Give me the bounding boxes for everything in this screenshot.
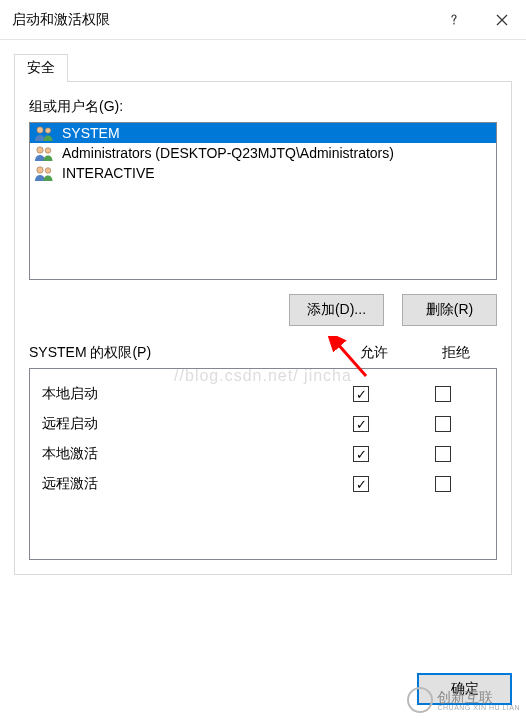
svg-point-5 <box>45 168 51 174</box>
list-item-label: INTERACTIVE <box>62 165 155 181</box>
tab-strip: 安全 <box>14 54 526 82</box>
list-item[interactable]: INTERACTIVE <box>30 163 496 183</box>
allow-header: 允许 <box>333 344 415 362</box>
deny-checkbox[interactable] <box>435 476 451 492</box>
deny-header: 拒绝 <box>415 344 497 362</box>
permission-row: 本地激活 <box>30 439 496 469</box>
permission-name: 本地激活 <box>42 445 320 463</box>
permission-row: 远程激活 <box>30 469 496 499</box>
titlebar: 启动和激活权限 <box>0 0 526 40</box>
svg-point-2 <box>37 147 43 153</box>
allow-checkbox[interactable] <box>353 446 369 462</box>
permissions-label: SYSTEM 的权限(P) <box>29 344 333 362</box>
permission-row: 本地启动 <box>30 379 496 409</box>
security-panel: 组或用户名(G): SYSTEMAdministrators (DESKTOP-… <box>14 81 512 575</box>
permissions-table: 本地启动远程启动本地激活远程激活 <box>29 368 497 560</box>
deny-checkbox[interactable] <box>435 446 451 462</box>
dialog-footer: 确定 <box>417 673 512 705</box>
deny-checkbox[interactable] <box>435 386 451 402</box>
close-button[interactable] <box>478 0 526 40</box>
permission-name: 本地启动 <box>42 385 320 403</box>
list-item[interactable]: Administrators (DESKTOP-Q23MJTQ\Administ… <box>30 143 496 163</box>
svg-point-1 <box>45 128 51 134</box>
svg-point-0 <box>37 127 43 133</box>
permission-row: 远程启动 <box>30 409 496 439</box>
remove-button[interactable]: 删除(R) <box>402 294 497 326</box>
allow-checkbox[interactable] <box>353 386 369 402</box>
svg-point-4 <box>37 167 43 173</box>
permissions-header: SYSTEM 的权限(P) 允许 拒绝 <box>29 344 497 362</box>
permission-name: 远程激活 <box>42 475 320 493</box>
list-item[interactable]: SYSTEM <box>30 123 496 143</box>
groups-listbox[interactable]: SYSTEMAdministrators (DESKTOP-Q23MJTQ\Ad… <box>29 122 497 280</box>
svg-point-3 <box>45 148 51 154</box>
add-button[interactable]: 添加(D)... <box>289 294 384 326</box>
groups-label: 组或用户名(G): <box>29 98 497 116</box>
window-title: 启动和激活权限 <box>12 11 430 29</box>
ok-button[interactable]: 确定 <box>417 673 512 705</box>
permission-name: 远程启动 <box>42 415 320 433</box>
list-item-label: SYSTEM <box>62 125 120 141</box>
allow-checkbox[interactable] <box>353 416 369 432</box>
tab-security[interactable]: 安全 <box>14 54 68 82</box>
help-button[interactable] <box>430 0 478 40</box>
deny-checkbox[interactable] <box>435 416 451 432</box>
list-item-label: Administrators (DESKTOP-Q23MJTQ\Administ… <box>62 145 394 161</box>
allow-checkbox[interactable] <box>353 476 369 492</box>
